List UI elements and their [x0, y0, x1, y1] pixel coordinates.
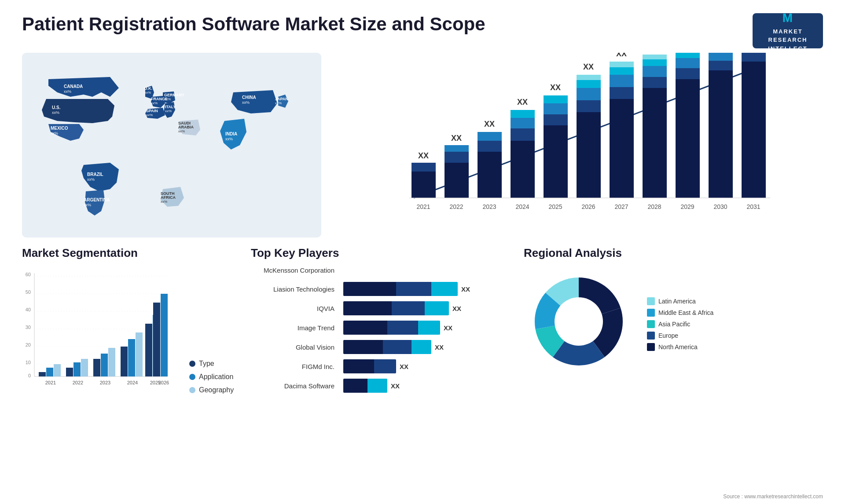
mckensson-name: McKensson Corporation	[251, 267, 334, 274]
svg-text:2022: 2022	[449, 203, 463, 210]
europe-label: Europe	[658, 332, 678, 339]
svg-rect-36	[544, 114, 568, 125]
legend-geo-label: Geography	[199, 386, 234, 394]
svg-text:xx%: xx%	[161, 200, 167, 204]
players-section: Top Key Players McKensson Corporation Li…	[251, 246, 506, 475]
svg-rect-59	[676, 68, 700, 79]
svg-text:XX: XX	[418, 151, 429, 160]
top-content: CANADA xx% U.S. xx% MEXICO xx% BRAZIL xx…	[0, 53, 845, 237]
player-row-6: Dacima Software XX	[251, 379, 506, 393]
player-name-3: Image Trend	[251, 324, 334, 332]
svg-rect-53	[643, 77, 667, 88]
bar-2028	[643, 88, 667, 198]
seg-bar-chart: 60 50 40 30 20 10 0	[22, 267, 172, 394]
svg-text:2031: 2031	[746, 203, 760, 210]
svg-rect-65	[709, 53, 733, 61]
svg-text:xx%: xx%	[225, 137, 233, 141]
svg-text:2029: 2029	[680, 203, 694, 210]
uk-label: U.K.	[144, 86, 152, 91]
legend-latin-america: Latin America	[647, 297, 713, 305]
bar-2031	[742, 62, 766, 198]
legend-type-dot	[189, 361, 195, 367]
apac-label: Asia Pacific	[658, 321, 690, 328]
regional-section: Regional Analysis	[524, 246, 823, 475]
svg-text:XX: XX	[583, 62, 594, 71]
legend-type-label: Type	[199, 360, 214, 368]
regional-title: Regional Analysis	[524, 246, 823, 260]
svg-text:2025: 2025	[548, 203, 562, 210]
svg-rect-20	[411, 163, 436, 172]
svg-text:XX: XX	[616, 53, 627, 58]
source-text: Source : www.marketresearchintellect.com	[723, 493, 823, 500]
regional-content: Latin America Middle East & Africa Asia …	[524, 267, 823, 378]
svg-text:2028: 2028	[647, 203, 661, 210]
svg-text:2027: 2027	[614, 203, 628, 210]
svg-text:XX: XX	[484, 120, 495, 128]
svg-rect-31	[511, 128, 535, 141]
mea-label: Middle East & Africa	[658, 309, 713, 316]
legend-app-label: Application	[199, 373, 233, 381]
germany-label: GERMANY	[164, 93, 184, 97]
svg-rect-61	[676, 53, 700, 58]
svg-rect-55	[643, 59, 667, 66]
svg-text:ARABIA: ARABIA	[178, 125, 194, 129]
logo-line3: INTELLECT	[768, 44, 808, 53]
north-america-label: North America	[658, 343, 698, 351]
svg-text:xx%: xx%	[64, 89, 71, 94]
us-label: U.S.	[52, 105, 61, 110]
svg-rect-60	[676, 58, 700, 68]
legend-apac: Asia Pacific	[647, 320, 713, 328]
svg-text:xx%: xx%	[178, 129, 185, 133]
svg-text:XX: XX	[517, 98, 528, 106]
bar-2023	[478, 152, 502, 198]
china-label: CHINA	[242, 95, 256, 100]
svg-rect-44	[577, 75, 601, 80]
china-map	[231, 90, 277, 113]
italy-label: ITALY	[165, 105, 176, 109]
svg-text:AFRICA: AFRICA	[161, 195, 176, 200]
svg-text:2024: 2024	[515, 203, 529, 210]
japan-label: JAPAN	[275, 97, 288, 101]
svg-rect-48	[610, 75, 634, 87]
segmentation-section: Market Segmentation 60 50 40 30 20 10 0	[22, 246, 233, 475]
bar-2024	[511, 141, 535, 198]
svg-rect-37	[544, 103, 568, 114]
legend-europe: Europe	[647, 332, 713, 340]
svg-text:xx%: xx%	[52, 110, 59, 115]
svg-text:2030: 2030	[713, 203, 727, 210]
svg-rect-32	[511, 118, 535, 128]
donut-chart	[524, 267, 634, 378]
svg-text:2021: 2021	[416, 203, 430, 210]
player-name-2: IQVIA	[251, 305, 334, 312]
svg-rect-54	[643, 66, 667, 77]
legend-app-dot	[189, 374, 195, 380]
svg-rect-56	[643, 55, 667, 59]
logo: M MARKET RESEARCH INTELLECT	[753, 13, 823, 48]
svg-text:XX: XX	[550, 83, 561, 92]
player-value-5: XX	[400, 363, 408, 370]
player-name-1: Liasion Technologies	[251, 285, 334, 293]
svg-rect-108	[161, 294, 168, 376]
svg-text:xx%: xx%	[242, 100, 250, 105]
svg-rect-23	[445, 152, 469, 163]
bar-2021	[411, 172, 436, 198]
svg-rect-38	[544, 95, 568, 103]
svg-rect-50	[610, 62, 634, 67]
svg-text:2026: 2026	[581, 203, 595, 210]
svg-rect-68	[742, 53, 766, 62]
svg-text:2026: 2026	[158, 380, 169, 385]
players-title: Top Key Players	[251, 246, 506, 260]
player-row-1: Liasion Technologies XX	[251, 282, 506, 296]
legend-application: Application	[189, 373, 234, 381]
page-title: Patient Registration Software Market Siz…	[22, 13, 485, 35]
svg-rect-28	[478, 132, 502, 141]
legend-geo-dot	[189, 387, 195, 393]
world-map-svg: CANADA xx% U.S. xx% MEXICO xx% BRAZIL xx…	[22, 53, 321, 237]
brazil-label: BRAZIL	[87, 172, 103, 177]
bottom-sections: Market Segmentation 60 50 40 30 20 10 0	[0, 237, 845, 479]
logo-letter: M	[783, 9, 793, 27]
player-value-1: XX	[461, 285, 470, 293]
canada-label: CANADA	[64, 84, 83, 89]
seg-chart-area: 60 50 40 30 20 10 0	[22, 267, 233, 394]
svg-text:xx%: xx%	[84, 203, 91, 207]
